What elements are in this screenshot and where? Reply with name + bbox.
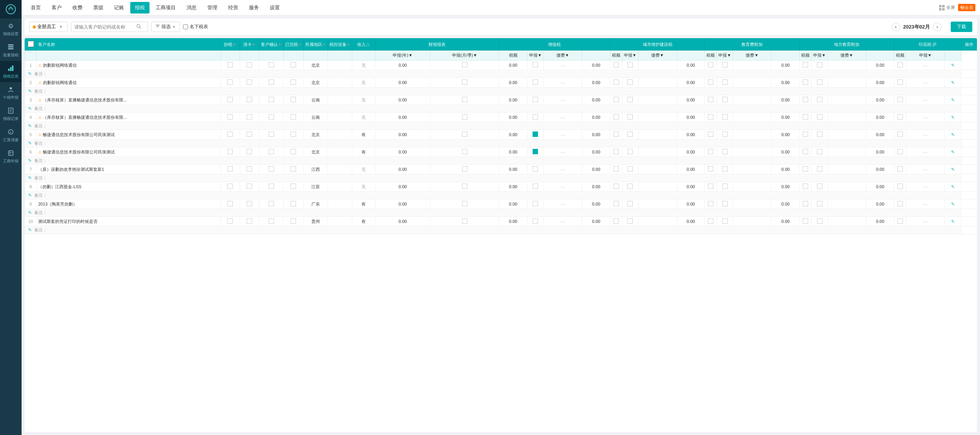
checkbox-empty[interactable] bbox=[269, 132, 274, 137]
checkbox-empty[interactable] bbox=[614, 149, 619, 154]
checkbox-empty[interactable] bbox=[614, 97, 619, 102]
checkbox-empty[interactable] bbox=[533, 218, 538, 224]
checkbox-empty[interactable] bbox=[627, 184, 633, 189]
checkbox-empty[interactable] bbox=[247, 184, 252, 189]
checkbox-empty[interactable] bbox=[291, 114, 296, 120]
checkbox-empty[interactable] bbox=[247, 114, 252, 120]
search-input[interactable] bbox=[74, 24, 136, 30]
chaoshui-cell[interactable] bbox=[220, 130, 240, 140]
yiwanshui-cell[interactable] bbox=[283, 61, 303, 70]
checkbox-empty[interactable] bbox=[722, 184, 728, 189]
checkbox-empty[interactable] bbox=[708, 79, 713, 85]
yiwanshui-cell[interactable] bbox=[283, 113, 303, 122]
checkbox-empty[interactable] bbox=[722, 218, 728, 224]
checkbox-empty[interactable] bbox=[803, 149, 808, 154]
city-pay-cell[interactable] bbox=[622, 78, 638, 88]
local-pay-cell[interactable] bbox=[812, 165, 828, 174]
checkbox-empty[interactable] bbox=[614, 218, 619, 224]
yiwanshui-cell[interactable] bbox=[283, 217, 303, 226]
checkbox-empty[interactable] bbox=[462, 79, 467, 85]
local-declare-cell[interactable] bbox=[800, 165, 812, 174]
checkbox-empty[interactable] bbox=[708, 149, 713, 154]
kehuqueren-cell[interactable] bbox=[259, 147, 283, 157]
checkbox-empty[interactable] bbox=[627, 201, 633, 206]
edit-icon[interactable]: ✎ bbox=[951, 80, 955, 85]
city-pay-cell[interactable] bbox=[622, 165, 638, 174]
financial-month-cell[interactable] bbox=[430, 130, 499, 140]
edu-declare-cell[interactable] bbox=[705, 217, 717, 226]
checkbox-empty[interactable] bbox=[227, 79, 233, 85]
kehuqueren-cell[interactable] bbox=[259, 217, 283, 226]
checkbox-empty[interactable] bbox=[817, 184, 822, 189]
city-pay-cell[interactable] bbox=[622, 147, 638, 157]
edu-declare-cell[interactable] bbox=[705, 147, 717, 157]
vat-declare-cell[interactable] bbox=[528, 147, 544, 157]
yiwanshui-cell[interactable] bbox=[283, 199, 303, 209]
action-cell[interactable]: ✎ bbox=[945, 199, 961, 209]
nav-service[interactable]: 服务 bbox=[244, 2, 264, 13]
checkbox-empty[interactable] bbox=[291, 201, 296, 206]
sidebar-item-baoshuijilu[interactable]: 报税记录 bbox=[0, 103, 22, 125]
edit-icon[interactable]: ✎ bbox=[951, 132, 955, 137]
chaoshui-cell[interactable] bbox=[220, 165, 240, 174]
checkbox-empty[interactable] bbox=[533, 79, 538, 85]
checkbox-empty[interactable] bbox=[722, 166, 728, 172]
city-declare-cell[interactable] bbox=[610, 182, 622, 192]
edu-pay-cell[interactable] bbox=[717, 61, 733, 70]
checkbox-empty[interactable] bbox=[817, 166, 822, 172]
city-declare-cell[interactable] bbox=[610, 147, 622, 157]
checkbox-empty[interactable] bbox=[227, 114, 233, 120]
checkbox-empty[interactable] bbox=[722, 114, 728, 120]
checkbox-empty[interactable] bbox=[462, 184, 467, 189]
checkbox-empty[interactable] bbox=[817, 62, 822, 67]
edu-pay-cell[interactable] bbox=[717, 182, 733, 192]
edit-icon[interactable]: ✎ bbox=[951, 98, 955, 102]
edit-icon[interactable]: ✎ bbox=[951, 184, 955, 189]
city-declare-cell[interactable] bbox=[610, 130, 622, 140]
kehuqueren-cell[interactable] bbox=[259, 113, 283, 122]
city-pay-cell[interactable] bbox=[622, 199, 638, 209]
nav-manage[interactable]: 管理 bbox=[203, 2, 222, 13]
kehuqueren-cell[interactable] bbox=[259, 78, 283, 88]
checkbox-empty[interactable] bbox=[614, 114, 619, 120]
kehuqueren-cell[interactable] bbox=[259, 130, 283, 140]
checkbox-empty[interactable] bbox=[898, 166, 903, 172]
checkbox-empty[interactable] bbox=[247, 132, 252, 137]
checkbox-empty[interactable] bbox=[898, 62, 903, 67]
checkbox-empty[interactable] bbox=[817, 218, 822, 224]
checkbox-empty[interactable] bbox=[627, 166, 633, 172]
checkbox-empty[interactable] bbox=[898, 132, 903, 137]
local-pay-cell[interactable] bbox=[812, 130, 828, 140]
checkbox-empty[interactable] bbox=[269, 184, 274, 189]
kehuqueren-cell[interactable] bbox=[259, 61, 283, 70]
sidebar-item-huisuanqingjiao[interactable]: ¥ 汇算清缴 bbox=[0, 125, 22, 146]
checkbox-empty[interactable] bbox=[227, 218, 233, 224]
stamp-declare-cell[interactable] bbox=[894, 78, 906, 88]
checkbox-empty[interactable] bbox=[227, 166, 233, 172]
vat-declare-cell[interactable] bbox=[528, 95, 544, 105]
kehuqueren-cell[interactable] bbox=[259, 95, 283, 105]
checkbox-empty[interactable] bbox=[291, 97, 296, 102]
checkbox-empty[interactable] bbox=[803, 62, 808, 67]
local-pay-cell[interactable] bbox=[812, 199, 828, 209]
sidebar-item-piliangbaoshui[interactable]: 批量报税 bbox=[0, 40, 22, 61]
checkbox-empty[interactable] bbox=[269, 201, 274, 206]
checkbox-empty[interactable] bbox=[722, 97, 728, 102]
financial-month-cell[interactable] bbox=[430, 147, 499, 157]
action-cell[interactable]: ✎ bbox=[945, 165, 961, 174]
checkbox-empty[interactable] bbox=[898, 79, 903, 85]
edu-declare-cell[interactable] bbox=[705, 61, 717, 70]
checkbox-empty[interactable] bbox=[269, 166, 274, 172]
stamp-declare-cell[interactable] bbox=[894, 113, 906, 122]
chaoshui-cell[interactable] bbox=[220, 113, 240, 122]
checkbox-empty[interactable] bbox=[247, 62, 252, 67]
checkbox-empty[interactable] bbox=[269, 79, 274, 85]
city-declare-cell[interactable] bbox=[610, 95, 622, 105]
checkbox-empty[interactable] bbox=[708, 132, 713, 137]
checkbox-empty[interactable] bbox=[614, 62, 619, 67]
sidebar-item-gongshangnianbao[interactable]: 工商年报 bbox=[0, 146, 22, 167]
city-pay-cell[interactable] bbox=[622, 130, 638, 140]
checkbox-checked[interactable] bbox=[533, 149, 538, 154]
edu-pay-cell[interactable] bbox=[717, 199, 733, 209]
checkbox-empty[interactable] bbox=[722, 79, 728, 85]
